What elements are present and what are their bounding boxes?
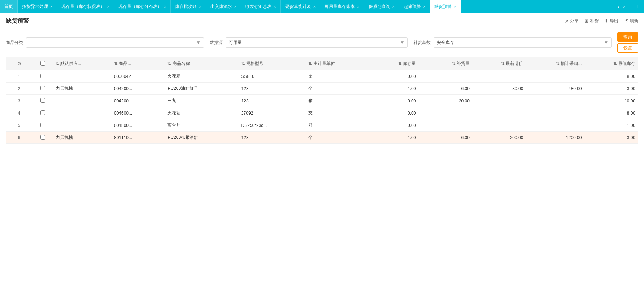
table-row: 2 力天机械 004200... PC200油缸缸子 123 个 -1.00 6… bbox=[6, 83, 638, 95]
select-all-header[interactable] bbox=[32, 57, 53, 70]
sort-spec-icon[interactable]: ⇅ bbox=[242, 61, 245, 66]
row-checkbox[interactable] bbox=[40, 110, 45, 115]
row-checkbox[interactable] bbox=[40, 86, 45, 90]
select-all-checkbox[interactable] bbox=[40, 61, 45, 66]
row-replenish bbox=[419, 107, 472, 119]
row-checkbox[interactable] bbox=[40, 135, 45, 140]
col-header-stock: ⇅ 库存量 bbox=[365, 57, 419, 70]
row-index: 4 bbox=[6, 107, 32, 119]
row-index: 6 bbox=[6, 132, 32, 144]
close-icon[interactable]: × bbox=[199, 4, 201, 9]
export-icon: ⬇ bbox=[604, 18, 608, 24]
chevron-down-icon: ▼ bbox=[400, 40, 404, 45]
row-index: 2 bbox=[6, 83, 32, 95]
row-code: 801110... bbox=[111, 132, 165, 144]
tab-overstock[interactable]: 超储预警 × bbox=[399, 0, 430, 13]
sort-stock-icon[interactable]: ⇅ bbox=[398, 61, 402, 66]
row-checkbox-cell bbox=[32, 95, 53, 107]
close-icon[interactable]: × bbox=[423, 4, 425, 9]
chevron-down-icon: ▼ bbox=[196, 40, 201, 45]
row-unit: 个 bbox=[305, 83, 365, 95]
row-unit: 个 bbox=[305, 132, 365, 144]
close-icon[interactable]: × bbox=[107, 4, 109, 9]
tab-available-ledger[interactable]: 可用量库存账本 × bbox=[320, 0, 364, 13]
replenish-button[interactable]: ⊞ 补货 bbox=[584, 18, 599, 24]
tab-summary[interactable]: 收发存汇总表 × bbox=[241, 0, 280, 13]
base-filter: 补货基数 安全库存 ▼ bbox=[413, 37, 612, 48]
close-icon[interactable]: × bbox=[392, 4, 395, 9]
row-checkbox[interactable] bbox=[40, 98, 45, 103]
row-spec: 123 bbox=[239, 95, 306, 107]
close-icon[interactable]: × bbox=[274, 4, 276, 9]
gear-icon[interactable]: ⚙ bbox=[6, 57, 32, 70]
table-row: 4 004600... 火花塞 J7092 支 0.00 8.00 bbox=[6, 107, 638, 119]
sort-name-icon[interactable]: ⇅ bbox=[167, 61, 171, 66]
row-replenish: 20.00 bbox=[419, 95, 472, 107]
datasource-label: 数据源 bbox=[210, 40, 223, 46]
tab-flow[interactable]: 出入库流水 × bbox=[206, 0, 241, 13]
category-filter: 商品分类 ▼ bbox=[6, 37, 204, 48]
tab-batch[interactable]: 库存批次账 × bbox=[171, 0, 206, 13]
col-header-replenish: ⇅ 补货量 bbox=[419, 57, 472, 70]
share-icon: ↗ bbox=[565, 18, 569, 24]
row-name: PC200油缸缸子 bbox=[165, 83, 238, 95]
tab-picking[interactable]: 拣货异常处理 × bbox=[18, 0, 57, 13]
tab-inventory-status[interactable]: 现存量（库存状况表） × bbox=[57, 0, 114, 13]
tab-shortage[interactable]: 缺货预警 × bbox=[430, 0, 461, 13]
row-supplier bbox=[53, 107, 111, 119]
sort-replenish-icon[interactable]: ⇅ bbox=[452, 61, 456, 66]
close-icon[interactable]: × bbox=[234, 4, 236, 9]
row-spec: 123 bbox=[239, 83, 306, 95]
category-label: 商品分类 bbox=[6, 40, 23, 46]
datasource-filter: 数据源 可用量 ▼ bbox=[210, 37, 408, 48]
row-spec: SS816 bbox=[239, 70, 306, 83]
scroll-next-button[interactable]: › bbox=[621, 3, 627, 10]
setting-button[interactable]: 设置 bbox=[617, 43, 638, 53]
close-icon[interactable]: × bbox=[454, 4, 456, 9]
datasource-select[interactable]: 可用量 ▼ bbox=[226, 37, 408, 48]
row-name: PC200张紧油缸 bbox=[165, 132, 238, 144]
row-code: 004600... bbox=[111, 107, 165, 119]
row-stock: 0.00 bbox=[365, 119, 419, 132]
sort-unit-icon[interactable]: ⇅ bbox=[308, 61, 312, 66]
sort-price-icon[interactable]: ⇅ bbox=[501, 61, 505, 66]
table-row: 3 004200... 三九 123 箱 0.00 20.00 10.00 bbox=[6, 95, 638, 107]
export-button[interactable]: ⬇ 导出 bbox=[604, 18, 618, 24]
table-row: 5 004800... 离合片 DS250*23c... 只 0.00 1.00 bbox=[6, 119, 638, 132]
share-button[interactable]: ↗ 分享 bbox=[565, 18, 579, 24]
row-spec: DS250*23c... bbox=[239, 119, 306, 132]
tab-inventory-dist[interactable]: 现存量（库存分布表） × bbox=[114, 0, 171, 13]
row-spec: 123 bbox=[239, 132, 306, 144]
close-icon[interactable]: × bbox=[164, 4, 166, 9]
tab-expiry[interactable]: 保质期查询 × bbox=[364, 0, 399, 13]
scroll-prev-button[interactable]: ‹ bbox=[616, 3, 621, 10]
maximize-button[interactable]: □ bbox=[635, 3, 642, 10]
row-checkbox[interactable] bbox=[40, 74, 45, 78]
category-select[interactable]: ▼ bbox=[26, 37, 204, 48]
row-min-stock: 10.00 bbox=[584, 95, 638, 107]
row-supplier: 力天机械 bbox=[53, 83, 111, 95]
page-title: 缺货预警 bbox=[6, 17, 29, 25]
refresh-icon: ↺ bbox=[624, 18, 628, 24]
tab-home[interactable]: 首页 bbox=[0, 0, 18, 13]
close-icon[interactable]: × bbox=[357, 4, 359, 9]
nav-controls: ‹ › — □ bbox=[614, 3, 644, 10]
close-icon[interactable]: × bbox=[50, 4, 52, 9]
minimize-button[interactable]: — bbox=[627, 3, 635, 10]
refresh-button[interactable]: ↺ 刷新 bbox=[624, 18, 638, 24]
table-row: 6 力天机械 801110... PC200张紧油缸 123 个 -1.00 6… bbox=[6, 132, 638, 144]
row-name: 火花塞 bbox=[165, 107, 238, 119]
row-estimated bbox=[526, 95, 584, 107]
tab-order-stat[interactable]: 要货单统计表 × bbox=[281, 0, 320, 13]
sort-min-icon[interactable]: ⇅ bbox=[613, 61, 617, 66]
close-icon[interactable]: × bbox=[313, 4, 316, 9]
sort-code-icon[interactable]: ⇅ bbox=[114, 61, 118, 66]
col-header-name: ⇅ 商品名称 bbox=[165, 57, 238, 70]
row-unit: 箱 bbox=[305, 95, 365, 107]
sort-estimated-icon[interactable]: ⇅ bbox=[556, 61, 560, 66]
sort-supplier-icon[interactable]: ⇅ bbox=[56, 61, 59, 66]
row-checkbox[interactable] bbox=[40, 123, 45, 127]
row-min-stock: 3.00 bbox=[584, 83, 638, 95]
base-select[interactable]: 安全库存 ▼ bbox=[434, 37, 612, 48]
query-button[interactable]: 查询 bbox=[617, 32, 638, 42]
